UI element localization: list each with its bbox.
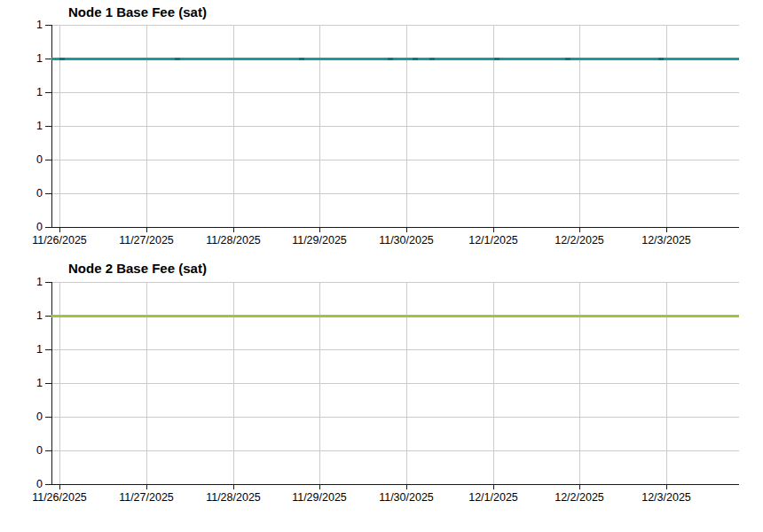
h-gridline — [51, 160, 739, 160]
data-point-marker — [413, 58, 418, 60]
x-axis-line — [51, 227, 739, 228]
x-tick-label: 11/29/2025 — [282, 233, 357, 247]
h-gridline — [51, 349, 739, 350]
x-tick-label: 11/27/2025 — [109, 490, 184, 505]
v-gridline — [59, 25, 60, 227]
y-axis-tick — [45, 484, 51, 485]
y-axis-tick — [45, 25, 51, 26]
v-gridline — [406, 282, 407, 484]
y-axis-tick — [45, 349, 51, 350]
chart2-title: Node 2 Base Fee (sat) — [68, 262, 207, 276]
x-axis-line — [51, 484, 739, 485]
v-gridline — [233, 25, 234, 227]
h-gridline — [51, 126, 739, 127]
h-gridline — [51, 92, 739, 93]
data-point-marker — [429, 58, 435, 60]
v-gridline — [319, 25, 320, 227]
y-tick-label: 0 — [23, 410, 43, 424]
h-gridline — [51, 25, 739, 26]
v-gridline — [666, 25, 667, 227]
x-tick-label: 11/28/2025 — [196, 490, 271, 505]
y-tick-label: 1 — [23, 275, 43, 289]
data-point-marker — [59, 58, 65, 60]
x-tick-label: 11/26/2025 — [22, 490, 97, 505]
x-tick-label: 12/2/2025 — [542, 233, 617, 247]
y-tick-label: 0 — [23, 153, 43, 167]
y-axis-tick — [45, 450, 51, 451]
chart1-title: Node 1 Base Fee (sat) — [68, 5, 207, 20]
x-tick-label: 12/3/2025 — [629, 233, 704, 247]
v-gridline — [579, 25, 580, 227]
series-line — [51, 315, 739, 317]
charts-canvas: Node 1 Base Fee (sat) Node 2 Base Fee (s… — [0, 0, 763, 532]
h-gridline — [51, 193, 739, 194]
x-tick-label: 12/1/2025 — [456, 490, 531, 505]
y-tick-label: 0 — [23, 220, 43, 234]
y-axis-tick — [45, 193, 51, 194]
h-gridline — [51, 417, 739, 418]
data-point-marker — [565, 58, 570, 60]
y-tick-label: 1 — [23, 85, 43, 99]
x-tick-label: 11/26/2025 — [22, 233, 97, 247]
y-axis-tick — [45, 160, 51, 160]
x-tick-label: 12/3/2025 — [629, 490, 704, 505]
y-tick-label: 1 — [23, 309, 43, 323]
h-gridline — [51, 282, 739, 283]
y-axis-tick — [45, 126, 51, 127]
y-axis-tick — [45, 282, 51, 283]
y-tick-label: 1 — [23, 119, 43, 133]
x-tick-label: 11/28/2025 — [196, 233, 271, 247]
y-tick-label: 1 — [23, 376, 43, 390]
h-gridline — [51, 383, 739, 384]
v-gridline — [146, 282, 147, 484]
y-axis-line — [51, 282, 52, 485]
v-gridline — [579, 282, 580, 484]
series-line — [51, 58, 739, 60]
y-axis-tick — [45, 417, 51, 418]
y-axis-tick — [45, 59, 51, 59]
y-axis-line — [51, 25, 52, 228]
y-tick-label: 0 — [23, 477, 43, 491]
y-tick-label: 0 — [23, 186, 43, 200]
y-tick-label: 1 — [23, 51, 43, 66]
v-gridline — [406, 25, 407, 227]
x-tick-label: 11/30/2025 — [369, 490, 444, 505]
x-tick-label: 11/29/2025 — [282, 490, 357, 505]
x-tick-label: 12/1/2025 — [456, 233, 531, 247]
x-tick-label: 11/27/2025 — [109, 233, 184, 247]
v-gridline — [493, 282, 494, 484]
x-tick-label: 12/2/2025 — [542, 490, 617, 505]
data-point-marker — [494, 58, 499, 60]
data-point-marker — [658, 58, 664, 60]
x-tick-label: 11/30/2025 — [369, 233, 444, 247]
data-point-marker — [175, 58, 180, 60]
y-axis-tick — [45, 383, 51, 384]
v-gridline — [233, 282, 234, 484]
data-point-marker — [299, 58, 304, 60]
data-point-marker — [388, 58, 393, 60]
y-axis-tick — [45, 316, 51, 317]
y-axis-tick — [45, 227, 51, 228]
v-gridline — [59, 282, 60, 484]
v-gridline — [319, 282, 320, 484]
y-tick-label: 1 — [23, 18, 43, 32]
v-gridline — [146, 25, 147, 227]
y-tick-label: 1 — [23, 342, 43, 356]
y-axis-tick — [45, 92, 51, 93]
v-gridline — [666, 282, 667, 484]
y-tick-label: 0 — [23, 443, 43, 458]
v-gridline — [493, 25, 494, 227]
h-gridline — [51, 450, 739, 451]
